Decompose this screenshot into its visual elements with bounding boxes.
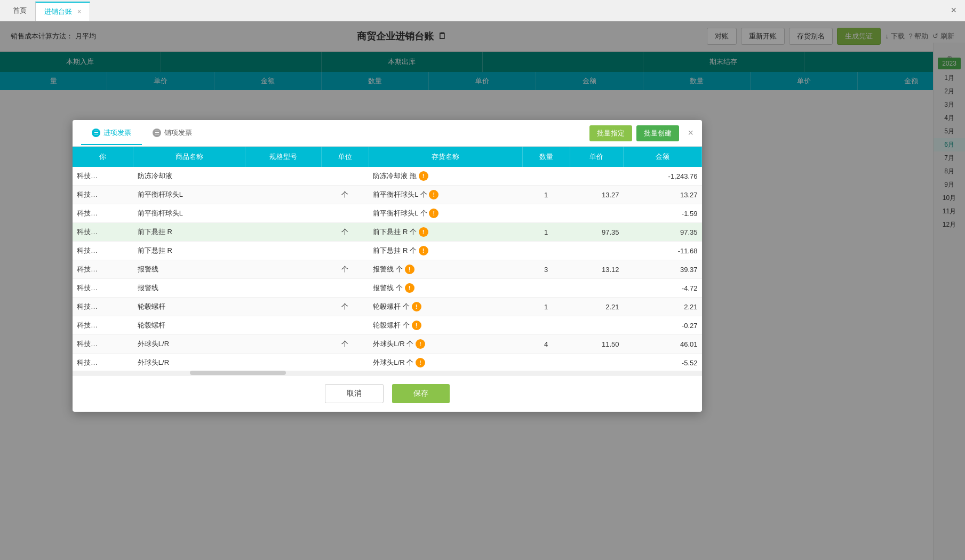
table-cell (321, 316, 369, 335)
table-cell: 前下悬挂 R (133, 223, 245, 242)
table-cell: 个 (321, 335, 369, 354)
inventory-name-cell: 报警线 个 ! (369, 260, 522, 279)
table-cell (245, 167, 321, 186)
table-cell (570, 242, 624, 260)
table-cell: -1.59 (624, 204, 702, 223)
th-unit: 单位 (321, 147, 369, 167)
table-cell: 前平衡杆球头L (133, 204, 245, 223)
inventory-name-cell: 外球头L/R 个 ! (369, 354, 522, 371)
dialog-scrollbar[interactable] (73, 371, 702, 375)
warning-icon[interactable]: ! (416, 358, 425, 367)
inventory-name-cell: 前平衡杆球头L 个 ! (369, 186, 522, 204)
table-cell: 2.21 (570, 298, 624, 316)
th-quantity: 数量 (522, 147, 570, 167)
table-cell (245, 279, 321, 298)
warning-icon[interactable]: ! (429, 209, 438, 218)
table-cell: -5.52 (624, 354, 702, 371)
table-cell: 科技… (73, 354, 133, 371)
table-cell (570, 354, 624, 371)
th-inventory-name: 存货名称 (369, 147, 522, 167)
table-cell: 轮毂螺杆 (133, 298, 245, 316)
warning-icon[interactable]: ! (429, 190, 438, 199)
table-cell: 科技… (73, 223, 133, 242)
table-cell: 科技… (73, 260, 133, 279)
warning-icon[interactable]: ! (405, 283, 414, 293)
table-cell (245, 260, 321, 279)
table-row: 科技…外球头L/R外球头L/R 个 !-5.52 (73, 354, 702, 371)
scrollbar-thumb[interactable] (190, 371, 286, 375)
tab-home[interactable]: 首页 (4, 2, 35, 20)
table-cell: 个 (321, 260, 369, 279)
table-row: 科技…报警线个报警线 个 !313.1239.37 (73, 260, 702, 279)
table-cell (570, 167, 624, 186)
batch-create-button[interactable]: 批量创建 (636, 125, 679, 141)
warning-icon[interactable]: ! (416, 339, 425, 349)
th-price: 单价 (570, 147, 624, 167)
table-cell: 防冻冷却液 (133, 167, 245, 186)
table-cell (321, 167, 369, 186)
table-cell (245, 335, 321, 354)
table-cell: 科技… (73, 335, 133, 354)
table-cell: 2.21 (624, 298, 702, 316)
table-cell (570, 204, 624, 223)
table-cell: 个 (321, 186, 369, 204)
tab-home-label: 首页 (13, 6, 27, 15)
cancel-button[interactable]: 取消 (325, 384, 384, 403)
tab-close-icon[interactable]: × (77, 8, 81, 15)
warning-icon[interactable]: ! (419, 171, 428, 181)
table-cell: 轮毂螺杆 (133, 316, 245, 335)
table-cell (245, 186, 321, 204)
table-cell: 个 (321, 298, 369, 316)
table-cell (245, 298, 321, 316)
table-cell: 97.35 (624, 223, 702, 242)
inventory-name-cell: 报警线 个 ! (369, 279, 522, 298)
warning-icon[interactable]: ! (419, 246, 428, 255)
tab-incoming-invoice[interactable]: ☰ 进项发票 (81, 122, 142, 145)
table-cell (522, 242, 570, 260)
warning-icon[interactable]: ! (412, 321, 421, 330)
table-cell: 科技… (73, 298, 133, 316)
dialog-close-icon[interactable]: × (688, 127, 693, 139)
warning-icon[interactable]: ! (412, 302, 421, 311)
table-cell: 个 (321, 223, 369, 242)
table-cell (522, 354, 570, 371)
tab-active-label: 进销台账 (44, 7, 72, 17)
inventory-name-cell: 前平衡杆球头L 个 ! (369, 204, 522, 223)
table-row: 科技…防冻冷却液防冻冷却液 瓶 !-1,243.76 (73, 167, 702, 186)
table-cell: 外球头L/R (133, 335, 245, 354)
table-cell (245, 204, 321, 223)
window-close-icon[interactable]: × (951, 5, 956, 16)
table-cell: 科技… (73, 167, 133, 186)
table-cell: 科技… (73, 204, 133, 223)
invoice-table: 你 商品名称 规格型号 单位 存货名称 数量 单价 金额 科技…防冻冷却液防冻冷… (73, 147, 702, 371)
save-button[interactable]: 保存 (392, 384, 450, 403)
th-col1: 你 (73, 147, 133, 167)
incoming-tab-label: 进项发票 (103, 128, 131, 138)
tab-outgoing-invoice[interactable]: ☰ 销项发票 (142, 122, 203, 145)
table-row: 科技…前下悬挂 R个前下悬挂 R 个 !197.3597.35 (73, 223, 702, 242)
table-cell: 1 (522, 223, 570, 242)
table-cell (245, 242, 321, 260)
table-cell: 3 (522, 260, 570, 279)
table-cell: 科技… (73, 186, 133, 204)
table-row: 科技…外球头L/R个外球头L/R 个 !411.5046.01 (73, 335, 702, 354)
table-cell (245, 223, 321, 242)
warning-icon[interactable]: ! (419, 227, 428, 237)
table-cell: 科技… (73, 242, 133, 260)
table-cell (570, 316, 624, 335)
outgoing-tab-label: 销项发票 (164, 128, 192, 138)
table-cell (570, 279, 624, 298)
table-cell: 11.50 (570, 335, 624, 354)
table-cell: 4 (522, 335, 570, 354)
inventory-name-cell: 外球头L/R 个 ! (369, 335, 522, 354)
table-cell: 1 (522, 298, 570, 316)
table-cell (321, 354, 369, 371)
table-cell (522, 167, 570, 186)
table-cell: 科技… (73, 316, 133, 335)
inventory-name-cell: 防冻冷却液 瓶 ! (369, 167, 522, 186)
warning-icon[interactable]: ! (405, 265, 414, 274)
batch-assign-button[interactable]: 批量指定 (589, 125, 632, 141)
tab-active[interactable]: 进销台账 × (35, 2, 90, 21)
invoice-dialog: ☰ 进项发票 ☰ 销项发票 批量指定 批量创建 × 你 商品名称 (73, 120, 702, 412)
main-content: 销售成本计算方法： 月平均 商贸企业进销台账 🗒 对账 重新开账 存货别名 生成… (0, 21, 965, 560)
